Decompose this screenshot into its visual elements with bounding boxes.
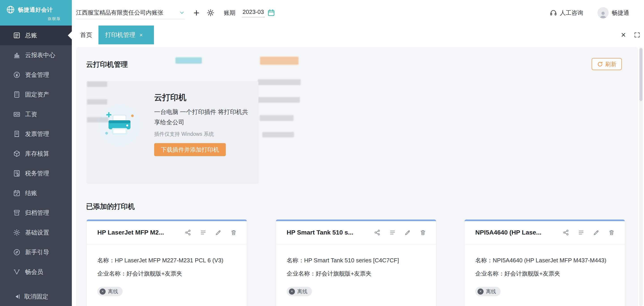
detail-list-button[interactable] <box>578 229 584 236</box>
status-badge: × 离线 <box>287 287 312 296</box>
printer-name-row: 名称：NPI5A4640 (HP LaserJet MFP M437-M443) <box>475 255 614 265</box>
banner-title: 云打印机 <box>154 92 186 103</box>
banknote-icon <box>13 110 20 118</box>
edit-icon <box>215 229 222 236</box>
tab-printer-management[interactable]: 打印机管理 × <box>98 26 154 44</box>
tab-close-icon[interactable]: × <box>140 32 143 39</box>
sidebar-item-label: 工资 <box>25 110 37 118</box>
trash-icon <box>420 229 426 236</box>
cube-icon <box>13 150 20 157</box>
fullscreen-icon <box>634 32 640 38</box>
sidebar-item-beginner-guide[interactable]: 新手引导 <box>0 242 72 262</box>
detail-list-button[interactable] <box>389 229 396 236</box>
sidebar-item-tax[interactable]: 税务管理 <box>0 164 72 183</box>
calendar-picker-button[interactable] <box>266 0 276 26</box>
ghost-artifact <box>87 82 107 87</box>
scrollbar-thumb[interactable] <box>640 48 642 101</box>
settings-gear-button[interactable] <box>206 0 216 26</box>
human-support-button[interactable]: 人工咨询 <box>550 0 583 26</box>
status-text: 离线 <box>108 288 118 295</box>
calculator-icon <box>13 91 20 98</box>
sidebar-item-membership[interactable]: 畅会员 <box>0 262 72 282</box>
delete-button[interactable] <box>608 229 615 236</box>
printer-company: 好会计旗舰版+友票夹 <box>316 270 372 277</box>
added-printers-heading: 已添加的打印机 <box>86 202 135 211</box>
refresh-label: 刷新 <box>605 61 616 68</box>
list-icon <box>389 229 396 236</box>
printer-card: HP Smart Tank 510 s... <box>276 219 436 306</box>
share-button[interactable] <box>562 229 569 236</box>
money-circle-icon <box>13 71 20 79</box>
sidebar-nav: 总账 云报表中心 资金管理 固定资产 工资 <box>0 26 72 306</box>
sidebar-item-cloud-reports[interactable]: 云报表中心 <box>0 45 72 65</box>
edit-button[interactable] <box>404 229 411 236</box>
trash-icon <box>608 229 615 236</box>
headset-icon <box>550 9 557 17</box>
status-text: 离线 <box>486 288 496 295</box>
banner-note: 插件仅支持 Windows 系统 <box>154 131 214 138</box>
banner-description-line2: 享给全公司 <box>154 117 248 127</box>
sidebar-item-inventory[interactable]: 库存核算 <box>0 144 72 164</box>
sidebar-item-label: 归档管理 <box>25 209 49 217</box>
ghost-artifact <box>258 97 300 103</box>
sidebar-item-closing[interactable]: 结账 <box>0 183 72 203</box>
printer-name: HP Smart Tank 510 series [C4C7CF] <box>304 257 399 264</box>
company-selector[interactable]: 江西服宝精品有限责任公司内账张 <box>76 6 185 19</box>
share-button[interactable] <box>184 229 191 236</box>
add-account-button[interactable]: + <box>191 0 202 26</box>
printer-card-title: NPI5A4640 (HP Lase... <box>475 229 541 236</box>
sidebar-item-funds[interactable]: 资金管理 <box>0 65 72 85</box>
sidebar-item-payroll[interactable]: 工资 <box>0 104 72 124</box>
printer-management-page: 云打印机管理 刷新 <box>76 47 638 306</box>
edit-button[interactable] <box>593 229 600 236</box>
fullscreen-button[interactable] <box>633 26 641 44</box>
unpin-sidebar-button[interactable]: 取消固定 <box>0 287 72 306</box>
list-icon <box>578 229 584 236</box>
sidebar-item-label: 新手引导 <box>25 248 49 256</box>
company-label: 企业名称： <box>287 270 316 277</box>
v-member-icon <box>13 268 20 276</box>
company-label: 企业名称： <box>475 270 504 277</box>
period-value-field[interactable]: 2023-03 <box>242 0 265 26</box>
refresh-button[interactable]: 刷新 <box>592 58 622 70</box>
scrollbar-track[interactable] <box>639 47 643 306</box>
sidebar-item-label: 结账 <box>25 189 37 197</box>
share-icon <box>184 229 191 236</box>
share-button[interactable] <box>374 229 381 236</box>
archive-box-icon <box>13 209 20 217</box>
ledger-icon <box>13 32 20 39</box>
ghost-artifact <box>260 57 298 65</box>
gear-icon <box>13 229 20 236</box>
cloud-printer-banner: 云打印机 一台电脑 一个打印插件 将打印机共 享给全公司 插件仅支持 Windo… <box>86 81 258 183</box>
sidebar-item-fixed-assets[interactable]: 固定资产 <box>0 85 72 104</box>
close-tabs-button[interactable]: × <box>620 26 628 44</box>
avatar <box>598 7 609 18</box>
delete-button[interactable] <box>420 229 426 236</box>
printer-card-title: HP LaserJet MFP M2... <box>97 229 164 236</box>
app-window: 畅捷通好会计 旗舰版 江西服宝精品有限责任公司内账张 + 账期 2023-03 <box>0 0 644 306</box>
banner-description: 一台电脑 一个打印插件 将打印机共 享给全公司 <box>154 107 248 127</box>
edit-button[interactable] <box>215 229 222 236</box>
edit-icon <box>593 229 600 236</box>
sidebar-item-general-ledger[interactable]: 总账 <box>0 26 72 45</box>
refresh-icon <box>597 61 603 67</box>
top-header: 畅捷通好会计 旗舰版 江西服宝精品有限责任公司内账张 + 账期 2023-03 <box>0 0 644 26</box>
name-label: 名称： <box>475 257 493 264</box>
printer-company-row: 企业名称：好会计旗舰版+友票夹 <box>475 268 614 279</box>
ghost-artifact <box>260 115 294 121</box>
name-label: 名称： <box>287 257 304 264</box>
period-value: 2023-03 <box>242 9 265 17</box>
printer-company: 好会计旗舰版+友票夹 <box>504 270 560 277</box>
sidebar-item-invoices[interactable]: 发票管理 <box>0 124 72 144</box>
user-menu[interactable]: 畅捷通 <box>598 0 629 26</box>
sidebar-item-basic-settings[interactable]: 基础设置 <box>0 223 72 242</box>
tab-home[interactable]: 首页 <box>80 26 92 44</box>
username: 畅捷通 <box>612 9 629 17</box>
ghost-artifact <box>176 57 202 64</box>
detail-list-button[interactable] <box>200 229 206 236</box>
offline-icon: × <box>289 288 295 294</box>
receipt-icon <box>13 130 20 138</box>
sidebar-item-archive[interactable]: 归档管理 <box>0 203 72 223</box>
delete-button[interactable] <box>230 229 237 236</box>
download-plugin-button[interactable]: 下载插件并添加打印机 <box>154 143 226 156</box>
